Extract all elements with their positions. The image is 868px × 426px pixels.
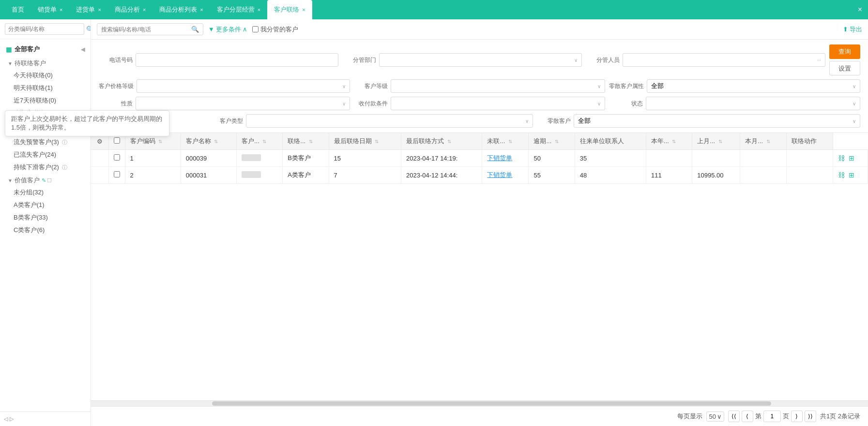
sidebar-item-a-class[interactable]: A类客户(1) [0,199,91,211]
chevron-down-icon: ∨ [853,101,856,106]
sidebar-item-declining[interactable]: 持续下滑客户(2) ⓘ [0,161,91,174]
col-header-uncontacted: 未联... ⇅ [482,133,529,150]
edit-icon[interactable]: ✎ [42,177,46,184]
nav-home[interactable]: 首页 [5,0,31,19]
price-tier-select[interactable]: ∨ [137,79,350,93]
retail-attr-select[interactable]: 全部 ∨ [647,79,860,93]
chevron-down-icon: ∨ [342,84,346,89]
sidebar-item-churn-warning[interactable]: 流失预警客户(3) ⓘ [0,136,91,148]
sidebar-item-b-class[interactable]: B类客户(33) [0,211,91,224]
table-wrapper: ⚙ 客户编码 ⇅ 客户名称 ⇅ 客户... [91,133,868,400]
info-icon-decline: ⓘ [62,164,67,170]
content-area: 🔍 ▼ 更多条件 ∧ 我分管的客户 ⬆ 导出 电话号码 [91,19,868,426]
row1-type: B类客户 [283,150,329,167]
top-nav: 首页 销货单 × 进货单 × 商品分析 × 商品分析列表 × 客户分层经营 × … [0,0,868,19]
price-tier-label: 客户价格等级 [99,82,134,90]
first-page-btn[interactable]: ⟨⟨ [728,411,740,422]
row2-this-year: 10995.00 [692,167,740,184]
sidebar-item-today-contact[interactable]: 今天待联络(0) [0,69,91,82]
more-conditions-btn[interactable]: ▼ 更多条件 ∧ [208,25,247,34]
row2-uncontacted: 55 [529,167,575,184]
close-icon[interactable]: × [98,7,101,13]
nav-customer-contact[interactable]: 客户联络 × [267,0,312,19]
last-page-btn[interactable]: ⟩⟩ [805,411,816,422]
sidebar-item-churned[interactable]: 已流失客户(24) [0,148,91,161]
close-icon[interactable]: × [143,7,146,13]
row2-index: 2 [125,167,181,184]
search-icon[interactable]: 🔍 [191,26,199,33]
sidebar-item-ungrouped[interactable]: 未分组(32) [0,186,91,199]
export-button[interactable]: ⬆ 导出 [843,25,862,34]
chevron-down-icon: ∨ [574,58,578,63]
filter-nature: 性质 ∨ [99,97,350,110]
status-select[interactable]: ∨ [646,97,860,110]
phone-input[interactable] [136,53,338,67]
nav-product-analysis-list[interactable]: 商品分析列表 × [152,0,210,19]
col-header-contact-person: 往来单位联系人 [575,133,646,150]
sidebar-section-pending[interactable]: ▼ 待联络客户 [0,57,91,69]
last-method-link[interactable]: 下销货单 [487,154,512,162]
manager-label: 分管人员 [586,56,620,64]
my-customer-checkbox[interactable] [252,26,259,32]
nav-purchase-order[interactable]: 进货单 × [69,0,107,19]
reset-button[interactable]: 设置 [829,61,860,75]
row2-contact-person: 111 [646,167,692,184]
row1-checkbox[interactable] [108,150,125,167]
close-icon[interactable]: × [258,7,260,13]
qr-icon[interactable]: ⊞ [849,154,854,162]
dept-label: 分管部门 [342,56,376,64]
select-all-checkbox[interactable] [114,137,120,144]
filter-customer-tier: 客户等级 ∨ [354,79,605,93]
prev-page-btn[interactable]: ⟨ [742,411,753,422]
close-icon[interactable]: × [200,7,203,13]
window-close-button[interactable]: × [858,5,862,14]
nav-sales-order[interactable]: 销货单 × [31,0,69,19]
payment-select[interactable]: ∨ [391,97,605,110]
customer-search-input[interactable] [101,26,191,33]
filter-manager: 分管人员 ··· [586,53,825,67]
name-placeholder [242,154,261,161]
dept-select[interactable]: ∨ [379,53,582,67]
filter-panel: 电话号码 分管部门 ∨ 分管人员 ··· [91,40,868,133]
row2-last-date: 2023-04-12 14:44: [401,167,482,184]
last-method-link[interactable]: 下销货单 [487,171,512,178]
nav-customer-tier[interactable]: 客户分层经营 × [210,0,267,19]
sidebar-search-input[interactable] [5,23,84,35]
search-icon[interactable]: 🔍 [86,26,91,33]
sidebar-tree: ▦ 全部客户 ◀ ▼ 待联络客户 今天待联络(0) 明天待联络(1) 近7天待联… [0,39,91,411]
row-checkbox[interactable] [114,154,120,161]
next-page-btn[interactable]: ⟩ [791,411,803,422]
sidebar-bottom-left-btn[interactable]: ◁ [4,416,8,422]
nav-product-analysis[interactable]: 商品分析 × [108,0,152,19]
horizontal-scrollbar[interactable] [91,400,868,406]
filter-price-tier: 客户价格等级 ∨ [99,79,350,93]
sidebar-bottom-right-btn[interactable]: ▷ [10,416,14,422]
chevron-down-icon: ∨ [853,84,856,89]
sidebar-item-7day-contact[interactable]: 近7天待联络(0) [0,94,91,107]
scrollbar-thumb[interactable] [212,401,771,406]
customer-tier-select[interactable]: ∨ [391,79,605,93]
sidebar-section-value[interactable]: ▼ 价值客户 ✎ ☐ [0,174,91,186]
sidebar-item-c-class[interactable]: C类客户(6) [0,224,91,236]
row1-action: ⛓ ⊞ [833,150,868,167]
retail-customer-select[interactable]: 全部 ∨ [574,114,861,128]
row1-action-icons: ⛓ ⊞ [838,154,863,162]
manager-select[interactable]: ··· [623,53,825,67]
page-input[interactable] [763,411,781,422]
contact-icon[interactable]: ⛓ [838,154,845,162]
row2-checkbox[interactable] [108,167,125,184]
nature-select[interactable]: ∨ [136,97,350,110]
my-customer-toggle[interactable]: 我分管的客户 [252,25,298,34]
close-icon[interactable]: × [60,7,62,13]
row-checkbox[interactable] [114,171,120,177]
pagination-bar: 每页显示 50 ∨ ⟨⟨ ⟨ 第 页 ⟩ ⟩⟩ 共1页 2条记录 [91,406,868,426]
sidebar-item-tomorrow-contact[interactable]: 明天待联络(1) [0,82,91,94]
per-page-select[interactable]: 50 ∨ [706,411,724,422]
query-button[interactable]: 查询 [829,44,860,59]
tree-root-all-customers[interactable]: ▦ 全部客户 ◀ [0,42,91,57]
sort-icon: ⇅ [158,139,162,144]
qr-icon[interactable]: ⊞ [849,171,854,179]
customer-type-select[interactable]: ∨ [246,114,533,128]
contact-icon[interactable]: ⛓ [838,171,845,179]
close-icon[interactable]: × [302,7,305,13]
